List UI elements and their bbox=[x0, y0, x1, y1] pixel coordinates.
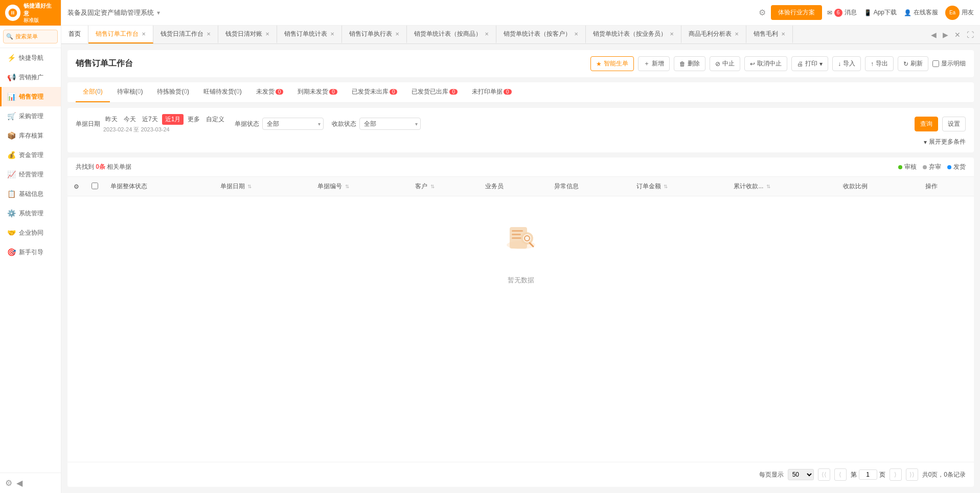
smart-create-button[interactable]: ★ 智能生单 bbox=[590, 56, 634, 71]
cancel-stop-button[interactable]: ↩ 取消中止 bbox=[744, 56, 787, 71]
sidebar-item-quick-nav[interactable]: ⚡ 快捷导航 bbox=[0, 48, 61, 68]
pagination-next-btn[interactable]: ⟩ bbox=[890, 468, 902, 481]
filter-tab-not-shipped[interactable]: 未发货0 bbox=[249, 82, 291, 102]
filter-tab-all[interactable]: 全部(0) bbox=[76, 82, 110, 102]
print-button[interactable]: 🖨 打印 ▾ bbox=[791, 56, 828, 71]
customer-sort-icon[interactable]: ⇅ bbox=[430, 184, 435, 189]
date-7days-btn[interactable]: 近7天 bbox=[140, 114, 160, 125]
received-sort-icon[interactable]: ⇅ bbox=[766, 184, 770, 189]
add-button[interactable]: ＋ 新增 bbox=[638, 56, 670, 71]
date-1month-btn[interactable]: 近1月 bbox=[162, 114, 184, 125]
sidebar-item-finance[interactable]: 💰 资金管理 bbox=[0, 145, 61, 165]
experience-btn[interactable]: 体验行业方案 bbox=[771, 5, 822, 20]
tab-sales-more[interactable]: 销售毛利 ✕ bbox=[746, 26, 793, 43]
tab-sales-exec[interactable]: 销售订单执行表 ✕ bbox=[342, 26, 407, 43]
online-service-item[interactable]: 👤 在线客服 bbox=[904, 8, 938, 17]
tab-sales-workbench[interactable]: 销售订单工作台 ✕ bbox=[88, 26, 153, 43]
import-button[interactable]: ↓ 导入 bbox=[832, 56, 861, 71]
payment-select[interactable]: 全部 bbox=[359, 118, 421, 130]
sidebar-item-purchase[interactable]: 🛒 采购管理 bbox=[0, 106, 61, 126]
ship-action-btn[interactable]: 发货 bbox=[947, 163, 966, 171]
tab-profit-analysis[interactable]: 商品毛利分析表 ✕ bbox=[681, 26, 746, 43]
filter-tab-pending-review[interactable]: 待审核(0) bbox=[110, 82, 150, 102]
export-button[interactable]: ↑ 导出 bbox=[865, 56, 894, 71]
th-config[interactable]: ⚙ bbox=[67, 177, 85, 196]
audit-action-btn[interactable]: 审核 bbox=[898, 163, 917, 171]
tab-close-sales-stats[interactable]: ✕ bbox=[330, 31, 334, 37]
tab-close-sales-workbench[interactable]: ✕ bbox=[142, 31, 146, 37]
sidebar-item-guide[interactable]: 🎯 新手引导 bbox=[0, 242, 61, 262]
filter-tab-pending-inspect[interactable]: 待拣验货(0) bbox=[150, 82, 196, 102]
delete-button[interactable]: 🗑 删除 bbox=[674, 56, 705, 71]
tab-close-sales-stats-customer[interactable]: ✕ bbox=[574, 31, 578, 37]
sidebar-item-enterprise[interactable]: 🤝 企业协同 bbox=[0, 223, 61, 242]
tabs-prev-icon[interactable]: ◀ bbox=[929, 29, 939, 41]
date-sort-icon[interactable]: ⇅ bbox=[247, 184, 252, 189]
tab-close-cash-daily[interactable]: ✕ bbox=[207, 31, 211, 37]
sidebar-item-basic-info[interactable]: 📋 基础信息 bbox=[0, 184, 61, 204]
print-chevron-icon: ▾ bbox=[819, 60, 823, 68]
status-select-wrapper: 全部 bbox=[262, 118, 324, 130]
date-more-btn[interactable]: 更多 bbox=[186, 114, 202, 125]
filter-tab-shipped-out[interactable]: 已发货已出库0 bbox=[404, 82, 465, 102]
filter-tab-not-printed[interactable]: 未打印单据0 bbox=[465, 82, 519, 102]
settings-gear-icon[interactable]: ⚙ bbox=[759, 8, 766, 17]
show-detail-checkbox[interactable] bbox=[932, 60, 939, 67]
tab-cash-daily[interactable]: 钱货日清工作台 ✕ bbox=[153, 26, 218, 43]
filter-settings-button[interactable]: 设置 bbox=[942, 117, 966, 131]
amount-sort-icon[interactable]: ⇅ bbox=[664, 184, 668, 189]
settings-bottom-icon[interactable]: ⚙ bbox=[5, 478, 12, 488]
query-button[interactable]: 查询 bbox=[915, 117, 938, 131]
tab-home[interactable]: 首页 bbox=[61, 26, 88, 43]
pagination-first-btn[interactable]: ⟨⟨ bbox=[818, 468, 830, 481]
table-wrapper: ⚙ 单据整体状态 单据日期 ⇅ 单据编号 ⇅ bbox=[67, 177, 974, 462]
filter-tab-wangpu[interactable]: 旺铺待发货(0) bbox=[196, 82, 249, 102]
search-menu-button[interactable]: 🔍 搜索菜单 bbox=[3, 30, 58, 43]
status-select[interactable]: 全部 bbox=[262, 118, 324, 130]
app-download-item[interactable]: 📱 App下载 bbox=[864, 8, 897, 17]
tabs-maximize-icon[interactable]: ⛶ bbox=[965, 29, 976, 41]
message-item[interactable]: ✉ 6 消息 bbox=[827, 8, 857, 17]
sidebar-item-sales[interactable]: 📊 销售管理 bbox=[0, 87, 61, 106]
sidebar-item-inventory[interactable]: 📦 库存核算 bbox=[0, 126, 61, 145]
tabs-close-all-icon[interactable]: ✕ bbox=[952, 29, 963, 41]
date-yesterday-btn[interactable]: 昨天 bbox=[103, 114, 120, 125]
select-all-checkbox[interactable] bbox=[92, 183, 98, 189]
import-icon: ↓ bbox=[838, 60, 841, 68]
system-title: 装备及固定资产辅助管理系统 ▾ bbox=[67, 8, 754, 17]
filter-tab-shipped-not-out[interactable]: 已发货未出库0 bbox=[345, 82, 405, 102]
tabs-next-icon[interactable]: ▶ bbox=[941, 29, 950, 41]
per-page-select[interactable]: 20 50 100 bbox=[788, 469, 814, 480]
tab-sales-stats-staff[interactable]: 销货单统计表（按业务员） ✕ bbox=[586, 26, 681, 43]
table-toolbar-right: 审核 弃审 发货 bbox=[898, 163, 966, 171]
tab-close-sales-exec[interactable]: ✕ bbox=[395, 31, 399, 37]
sidebar-item-operations[interactable]: 📈 经营管理 bbox=[0, 165, 61, 184]
tab-close-cash-reconcile[interactable]: ✕ bbox=[265, 31, 269, 37]
cancel-audit-action-btn[interactable]: 弃审 bbox=[923, 163, 941, 171]
number-sort-icon[interactable]: ⇅ bbox=[345, 184, 349, 189]
pagination-prev-btn[interactable]: ⟨ bbox=[834, 468, 847, 481]
collapse-sidebar-icon[interactable]: ◀ bbox=[16, 478, 22, 488]
refresh-button[interactable]: ↻ 刷新 bbox=[898, 56, 928, 71]
date-today-btn[interactable]: 今天 bbox=[122, 114, 138, 125]
marketing-icon: 📢 bbox=[7, 73, 16, 82]
user-avatar: Ea bbox=[945, 6, 960, 20]
page-number-input[interactable] bbox=[859, 469, 877, 480]
tab-cash-reconcile[interactable]: 钱货日清对账 ✕ bbox=[218, 26, 277, 43]
filter-tab-expired-not-shipped[interactable]: 到期未发货0 bbox=[290, 82, 345, 102]
pagination-last-btn[interactable]: ⟩⟩ bbox=[906, 468, 918, 481]
date-custom-btn[interactable]: 自定义 bbox=[204, 114, 226, 125]
sidebar-item-marketing[interactable]: 📢 营销推广 bbox=[0, 68, 61, 87]
tab-close-sales-stats-staff[interactable]: ✕ bbox=[670, 31, 674, 37]
expand-filters-button[interactable]: ▾ 展开更多条件 bbox=[924, 138, 966, 146]
stop-button[interactable]: ⊘ 中止 bbox=[710, 56, 740, 71]
user-item[interactable]: Ea 用友 bbox=[945, 6, 974, 20]
tab-sales-stats-product[interactable]: 销货单统计表（按商品） ✕ bbox=[407, 26, 496, 43]
tab-close-sales-more[interactable]: ✕ bbox=[781, 31, 785, 37]
tab-sales-stats-customer[interactable]: 销货单统计表（按客户） ✕ bbox=[496, 26, 586, 43]
payment-filter-label: 收款状态 bbox=[332, 120, 356, 128]
tab-sales-stats[interactable]: 销售订单统计表 ✕ bbox=[277, 26, 342, 43]
sidebar-item-system[interactable]: ⚙️ 系统管理 bbox=[0, 204, 61, 223]
tab-close-sales-stats-product[interactable]: ✕ bbox=[485, 31, 489, 37]
tab-close-profit-analysis[interactable]: ✕ bbox=[735, 31, 739, 37]
